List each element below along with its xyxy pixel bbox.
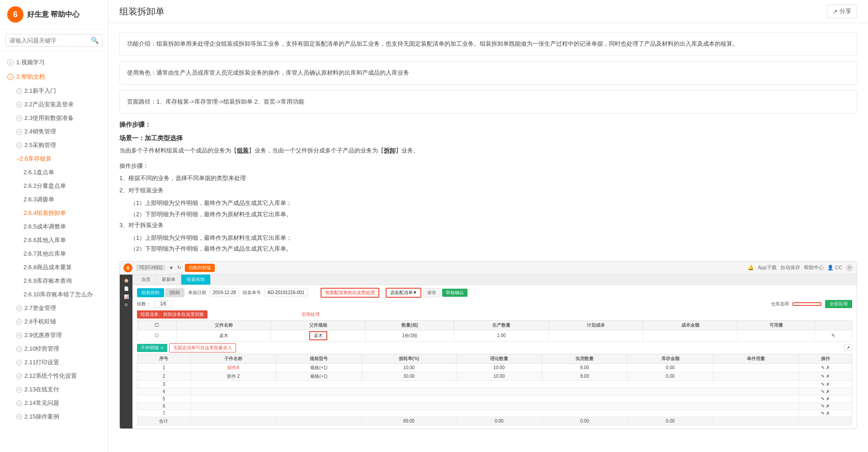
ss-annotation-row: 组装业务、拆卸业务在这里切换 启用处理 xyxy=(137,310,852,319)
logo-icon: 6 xyxy=(7,6,24,23)
ss-icon-home: 🏠 xyxy=(123,277,130,284)
sidebar-item-2-14[interactable]: + 2.14常见问题 xyxy=(0,396,108,410)
ss-foot-empty3 xyxy=(713,417,798,425)
ss-count-label: 组数： xyxy=(137,301,151,307)
step3-details: （1）上部明细为父件明细，最终作为原材料生成其它出库单； （2）下部明细为子件明… xyxy=(119,233,857,255)
ss-child-td-unit1 xyxy=(713,363,798,372)
sidebar-item-2-3[interactable]: + 2.3使用前数据准备 xyxy=(0,111,108,125)
ss-child-td-no7: 7 xyxy=(137,409,191,417)
ss-child-td-actual2: 8.00 xyxy=(542,372,627,381)
ss-auto-save: 自动保存 xyxy=(780,264,800,271)
sidebar-item-2-12[interactable]: + 2.12系统个性化设置 xyxy=(0,369,108,383)
expand-icon-2-2: + xyxy=(16,102,22,108)
sidebar-item-2-6-5[interactable]: 2.6.5成本调整单 xyxy=(0,220,108,233)
step3-2: （2）下部明细为子件明细，最终作为产成品生成其它入库单。 xyxy=(130,243,857,255)
ss-apply-btn[interactable]: 全部应用 xyxy=(825,300,852,308)
expand-icon-2-15: + xyxy=(16,414,22,420)
expand-icon-2-12: + xyxy=(16,373,22,379)
ss-app-download: App下载 xyxy=(758,264,777,271)
ss-child-row-6: 6 ✎ ✗ xyxy=(137,402,852,409)
ss-filter-buttons: 选装配清单▼ 保存 审核确认 xyxy=(386,288,468,298)
main-content: 组装拆卸单 ↗ 分享 功能介绍：组装拆卸单用来处理企业组装或拆卸等加工业务，支持… xyxy=(108,0,868,452)
ss-icon-chart: 📊 xyxy=(123,294,130,300)
ss-child-td-empty4 xyxy=(190,388,798,395)
expand-icon-2-3: + xyxy=(16,115,22,121)
step2-2: （2）下部明细为子件明细，最终作为原材料生成其它出库单。 xyxy=(130,209,857,220)
share-button[interactable]: ↗ 分享 xyxy=(827,5,857,18)
ss-parent-table: ☐ 父件名称 父件规格 数量(组) 生产数量 计划成本 成本金额 可用量 xyxy=(137,320,852,342)
search-input[interactable] xyxy=(9,37,91,44)
ss-no-value: AD-20191226-001 xyxy=(264,289,308,296)
expand-icon-2-5: + xyxy=(16,143,22,148)
ss-child-td-theory2: 10.00 xyxy=(456,372,542,381)
ss-foot-empty4 xyxy=(799,417,852,425)
ss-btn-assembly-type[interactable]: 组装拆卸 xyxy=(137,288,164,297)
sidebar-item-video[interactable]: + 1.视频学习 xyxy=(0,55,108,70)
sidebar-item-2-2[interactable]: + 2.2产品安装及登录 xyxy=(0,98,108,111)
ss-table2-action-btn[interactable]: ↗ xyxy=(844,344,852,351)
ss-tab-new[interactable]: 新新单 xyxy=(156,275,181,285)
sidebar-item-2-8[interactable]: + 2.8手机旺铺 xyxy=(0,315,108,328)
ss-child-td-ops2: ✎ ✗ xyxy=(799,372,852,381)
sidebar-item-2-10[interactable]: + 2.10经营管理 xyxy=(0,342,108,356)
ss-foot-val4: 0.00 xyxy=(627,417,713,425)
ss-child-td-theory1: 10.00 xyxy=(456,363,542,372)
ss-tab-home[interactable]: 自页 xyxy=(136,275,156,285)
sidebar-item-2-6-1[interactable]: 2.6.1盘点单 xyxy=(0,166,108,179)
ss-child-row-2: 2 部件 2 规格(+1) 30.00 10.00 8.00 0.00 ✎ ✗ xyxy=(137,372,852,381)
ss-warehouse-input[interactable] xyxy=(793,302,821,306)
ss-child-td-name2: 部件 2 xyxy=(190,372,276,381)
ss-filter-btn1[interactable]: 选装配清单▼ xyxy=(386,288,422,298)
ss-close-button[interactable]: × xyxy=(846,264,853,271)
ss-save-btn[interactable]: 保存 xyxy=(423,288,440,297)
ss-annotation-group: 组装业务、拆卸业务在这里切换 启用处理 xyxy=(137,310,852,319)
ss-child-th-stock: 库存金额 xyxy=(627,354,713,363)
nav-sub-docs: + 2.1新手入门 + 2.2产品安装及登录 + 2.3使用前数据准备 + 2.… xyxy=(0,84,108,423)
ss-foot-val2: 0.00 xyxy=(456,417,542,425)
ss-td-parent-spec: 桌木 xyxy=(271,330,365,341)
sidebar-item-2-15[interactable]: + 2.15操作案例 xyxy=(0,410,108,423)
sidebar-item-2-7[interactable]: + 2.7资金管理 xyxy=(0,301,108,315)
ss-annotation1-box: 有装配清单的在这里处理 xyxy=(321,288,379,298)
sidebar-item-2-6-4[interactable]: 2.6.4组装拆卸单 xyxy=(0,206,108,220)
expand-icon-2-11: + xyxy=(16,360,22,366)
top-bar: 组装拆卸单 ↗ 分享 xyxy=(108,0,868,23)
nav-group-video: + 1.视频学习 xyxy=(0,55,108,70)
search-box[interactable]: 🔍 xyxy=(5,34,103,47)
search-area: 🔍 xyxy=(0,29,108,52)
ss-td-available xyxy=(738,330,815,341)
sidebar-item-2-6-10[interactable]: 2.6.10库存账本错了怎么办 xyxy=(0,288,108,301)
sidebar-item-2-6-2[interactable]: 2.6.2分量盘点单 xyxy=(0,179,108,193)
sidebar-item-2-6-6[interactable]: 2.6.6其他入库单 xyxy=(0,233,108,247)
ss-child-td-no2: 2 xyxy=(137,372,191,381)
ss-user-avatar: 👤 CC xyxy=(827,265,842,271)
sidebar-item-2-6-3[interactable]: 2.6.3调拨单 xyxy=(0,193,108,206)
expand-icon-2-13: + xyxy=(16,387,22,393)
ss-child-th-ops: 操作 xyxy=(799,354,852,363)
sidebar-item-2-11[interactable]: + 2.11打印设置 xyxy=(0,356,108,369)
ss-tab-assembly[interactable]: 组装拆卸 xyxy=(181,275,211,285)
sidebar-item-2-13[interactable]: + 2.13在线支付 xyxy=(0,383,108,396)
ss-topbar: 6 TEST-H002 ▼ ↻ 切换到新版 🔔 App下载 自动保存 帮助中心 … xyxy=(120,262,857,275)
sidebar-item-2-1[interactable]: + 2.1新手入门 xyxy=(0,84,108,98)
search-icon[interactable]: 🔍 xyxy=(91,37,99,44)
expand-icon-2-9: + xyxy=(16,333,22,338)
sidebar-item-2-9[interactable]: + 2.9优惠券管理 xyxy=(0,328,108,342)
sidebar-item-2-6-9[interactable]: 2.6.9库存账本查询 xyxy=(0,274,108,288)
sidebar-item-2-6-8[interactable]: 2.6.8商品成本重算 xyxy=(0,261,108,274)
ss-foot-label: 合计 xyxy=(137,417,191,425)
sidebar-item-2-6-7[interactable]: 2.6.7其他出库单 xyxy=(0,247,108,261)
sidebar-item-2-5[interactable]: + 2.5采购管理 xyxy=(0,138,108,152)
ss-dropdown-icon: ▼ xyxy=(169,265,174,271)
ss-child-row-5: 5 ✎ ✗ xyxy=(137,395,852,402)
step1: 1、根据不同的业务，选择不同单据的类型来处理 xyxy=(119,173,857,183)
ss-confirm-btn[interactable]: 审核确认 xyxy=(442,289,467,297)
sidebar-item-2-6[interactable]: − 2.6库存核算 xyxy=(0,152,108,166)
ss-btn-other-type[interactable]: |拆卸 xyxy=(165,288,184,297)
sidebar-item-docs[interactable]: − 2.帮助文档 xyxy=(0,70,108,84)
ss-th-parent-name: 父件名称 xyxy=(176,320,271,330)
expand-icon-video: + xyxy=(7,59,14,66)
sidebar-item-2-4[interactable]: + 2.4销售管理 xyxy=(0,125,108,138)
ss-td-cost-amount xyxy=(643,330,738,341)
path-block: 页面路径：1、库存核算->库存管理->组装拆卸单 2、首页->常用功能 xyxy=(119,90,857,114)
